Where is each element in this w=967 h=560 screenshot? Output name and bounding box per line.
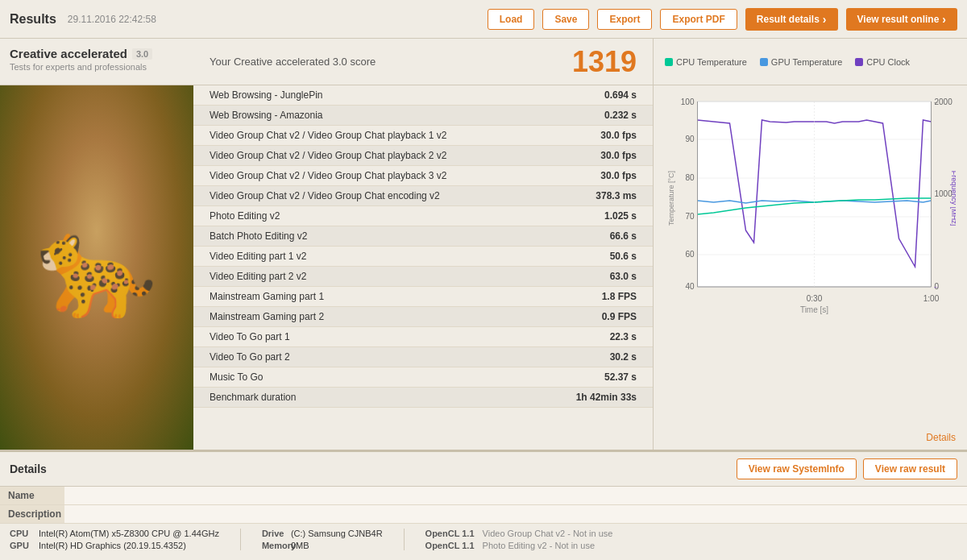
opencl-col: OpenCL 1.1 Video Group Chat v2 - Not in …	[425, 529, 613, 550]
header: Results 29.11.2016 22:42:58 Load Save Ex…	[0, 0, 967, 39]
table-row: Video Group Chat v2 / Video Group Chat p…	[193, 146, 653, 166]
table-row: Music To Go52.37 s	[193, 367, 653, 388]
details-header: Details View raw SystemInfo View raw res…	[0, 452, 967, 487]
result-name: Video Editing part 1 v2	[210, 251, 307, 262]
drive-row: Drive (C:) Samsung CJNB4R	[262, 529, 383, 538]
svg-text:40: 40	[685, 282, 695, 291]
gpu-temp-dot	[760, 58, 768, 66]
svg-rect-0	[698, 102, 932, 287]
benchmark-subtitle: Tests for experts and professionals	[10, 62, 184, 72]
benchmark-version: 3.0	[132, 48, 152, 60]
table-row: Web Browsing - Amazonia0.232 s	[193, 106, 653, 126]
opencl2-value: Photo Editing v2 - Not in use	[483, 541, 595, 550]
gpu-label: GPU	[10, 541, 34, 550]
result-value: 1.025 s	[604, 210, 637, 222]
benchmark-header: Creative accelerated 3.0 Tests for exper…	[0, 39, 193, 85]
opencl2-label: OpenCL 1.1	[425, 541, 478, 550]
result-name: Video Group Chat v2 / Video Group Chat e…	[210, 190, 440, 201]
chart-legend: CPU Temperature GPU Temperature CPU Cloc…	[654, 39, 967, 85]
export-pdf-button[interactable]: Export PDF	[660, 9, 737, 30]
opencl1-value: Video Group Chat v2 - Not in use	[483, 529, 613, 538]
leopard-image	[0, 85, 193, 450]
description-label: Description	[0, 505, 64, 523]
result-value: 0.9 FPS	[602, 311, 637, 322]
memory-label: Memory	[262, 541, 286, 550]
result-name: Web Browsing - Amazonia	[210, 110, 323, 121]
memory-value: 0MB	[291, 541, 309, 550]
result-details-button[interactable]: Result details ›	[745, 8, 838, 31]
score-value: 1319	[572, 45, 637, 79]
name-label: Name	[0, 487, 64, 504]
result-value: 22.3 s	[610, 331, 637, 342]
result-value: 0.694 s	[604, 89, 637, 101]
load-button[interactable]: Load	[488, 9, 535, 30]
cpu-label: CPU	[10, 529, 34, 538]
result-value: 63.0 s	[610, 271, 637, 282]
opencl1-row: OpenCL 1.1 Video Group Chat v2 - Not in …	[425, 529, 613, 538]
score-label: Your Creative accelerated 3.0 score	[210, 56, 376, 68]
result-name: Video Group Chat v2 / Video Group Chat p…	[210, 150, 446, 161]
svg-text:60: 60	[685, 250, 695, 259]
svg-text:100: 100	[681, 97, 695, 106]
result-name: Video To Go part 1	[210, 331, 290, 342]
details-panel: Details View raw SystemInfo View raw res…	[0, 450, 967, 560]
result-value: 1.8 FPS	[602, 291, 637, 302]
result-value: 30.0 fps	[600, 130, 637, 141]
table-row: Video Group Chat v2 / Video Group Chat p…	[193, 126, 653, 146]
description-row: Description	[0, 505, 967, 524]
cpu-temp-legend: CPU Temperature	[665, 57, 747, 67]
gpu-row: GPU Intel(R) HD Graphics (20.19.15.4352)	[10, 541, 219, 550]
performance-chart: 100 90 80 70 60 40 2000 1000 0 0:30 1:00…	[665, 93, 956, 319]
details-link[interactable]: Details	[926, 432, 956, 443]
svg-text:Temperature [°C]: Temperature [°C]	[667, 171, 675, 226]
svg-text:1:00: 1:00	[923, 294, 940, 303]
export-button[interactable]: Export	[597, 9, 652, 30]
result-name: Video To Go part 2	[210, 351, 290, 363]
result-name: Batch Photo Editing v2	[210, 230, 307, 242]
table-row: Mainstream Gaming part 11.8 FPS	[193, 287, 653, 307]
view-raw-result-button[interactable]: View raw result	[863, 458, 957, 479]
result-name: Video Editing part 2 v2	[210, 271, 307, 282]
table-row: Mainstream Gaming part 20.9 FPS	[193, 307, 653, 327]
table-row: Video To Go part 230.2 s	[193, 347, 653, 367]
result-value: 0.232 s	[604, 110, 637, 121]
cpu-row: CPU Intel(R) Atom(TM) x5-Z8300 CPU @ 1.4…	[10, 529, 219, 538]
memory-row: Memory 0MB	[262, 541, 383, 550]
chevron-right-icon: ›	[823, 13, 827, 26]
result-value: 30.0 fps	[600, 170, 637, 181]
result-name: Photo Editing v2	[210, 210, 280, 222]
result-value: 378.3 ms	[596, 190, 637, 201]
chart-area: 100 90 80 70 60 40 2000 1000 0 0:30 1:00…	[654, 85, 967, 427]
drive-value: (C:) Samsung CJNB4R	[291, 529, 383, 538]
name-row: Name	[0, 487, 967, 505]
result-name: Mainstream Gaming part 1	[210, 291, 324, 302]
table-row: Video To Go part 122.3 s	[193, 327, 653, 347]
result-value: 50.6 s	[610, 251, 637, 262]
description-value	[64, 505, 967, 523]
view-raw-sysinfo-button[interactable]: View raw SystemInfo	[737, 458, 857, 479]
system-info: CPU Intel(R) Atom(TM) x5-Z8300 CPU @ 1.4…	[0, 524, 967, 555]
result-value: 52.37 s	[604, 371, 637, 383]
opencl1-label: OpenCL 1.1	[425, 529, 478, 538]
gpu-value: Intel(R) HD Graphics (20.19.15.4352)	[39, 541, 186, 550]
view-online-button[interactable]: View result online ›	[846, 8, 957, 31]
result-value: 1h 42min 33s	[576, 392, 637, 403]
table-row: Benchmark duration1h 42min 33s	[193, 388, 653, 408]
table-row: Web Browsing - JunglePin0.694 s	[193, 85, 653, 106]
benchmark-title: Creative accelerated 3.0	[10, 47, 184, 60]
results-title: Results	[10, 12, 56, 27]
cpu-value: Intel(R) Atom(TM) x5-Z8300 CPU @ 1.44GHz	[39, 529, 219, 538]
table-row: Video Editing part 1 v250.6 s	[193, 247, 653, 267]
result-name: Mainstream Gaming part 2	[210, 311, 324, 322]
divider-1	[240, 529, 241, 550]
table-row: Photo Editing v21.025 s	[193, 206, 653, 226]
save-button[interactable]: Save	[542, 9, 589, 30]
svg-text:70: 70	[685, 212, 695, 221]
left-panel: Creative accelerated 3.0 Tests for exper…	[0, 39, 193, 450]
cpu-gpu-col: CPU Intel(R) Atom(TM) x5-Z8300 CPU @ 1.4…	[10, 529, 219, 550]
cpu-temp-dot	[665, 58, 673, 66]
svg-text:Frequency [MHz]: Frequency [MHz]	[950, 171, 957, 226]
svg-text:←: ←	[933, 99, 940, 106]
drive-label: Drive	[262, 529, 286, 538]
svg-text:80: 80	[685, 173, 695, 182]
